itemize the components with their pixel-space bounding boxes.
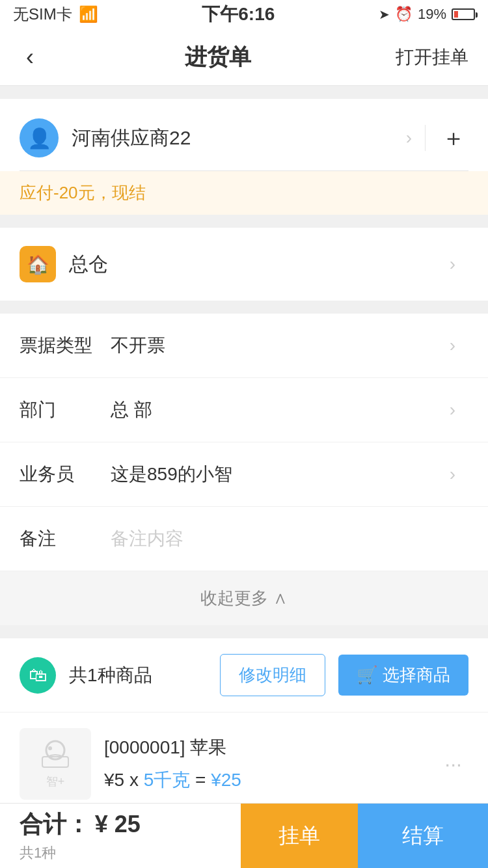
qty-value: 5千克	[144, 770, 191, 790]
product-more-button[interactable]: ···	[438, 746, 468, 783]
status-bar: 无SIM卡 📶 下午6:16 ➤ ⏰ 19%	[0, 0, 488, 29]
location-icon: ➤	[379, 7, 390, 22]
divider-2	[0, 215, 488, 228]
invoice-row[interactable]: 票据类型 不开票 ›	[0, 314, 488, 378]
product-thumbnail: 智+	[20, 728, 91, 800]
notes-placeholder: 备注内容	[98, 526, 468, 551]
status-time: 下午6:16	[202, 2, 275, 27]
checkout-button[interactable]: 结算	[358, 804, 488, 868]
warehouse-row[interactable]: 🏠 总仓 ›	[0, 228, 488, 301]
product-title: 苹果	[190, 737, 226, 757]
open-hang-button[interactable]: 打开挂单	[396, 45, 468, 70]
multiply-sign: x	[129, 770, 144, 790]
notes-label: 备注	[20, 526, 98, 551]
product-code: [0000001]	[104, 737, 185, 757]
modify-detail-button[interactable]: 修改明细	[220, 654, 325, 696]
alarm-icon: ⏰	[395, 6, 413, 23]
battery-label: 19%	[418, 6, 446, 23]
bag-icon: 🛍	[29, 664, 47, 686]
bottom-bar: 合计： ¥ 25 共1种 挂单 结算	[0, 803, 488, 868]
avatar-icon: 👤	[27, 127, 51, 150]
total-label: 合计：	[20, 811, 90, 837]
divider-1	[0, 86, 488, 99]
product-name: [0000001] 苹果	[104, 735, 425, 760]
nav-bar: ‹ 进货单 打开挂单	[0, 29, 488, 86]
supplier-avatar: 👤	[20, 118, 59, 157]
total-count: 共1种	[20, 843, 221, 863]
warehouse-chevron-icon: ›	[450, 254, 455, 275]
salesman-value: 这是859的小智	[98, 462, 450, 487]
department-row[interactable]: 部门 总 部 ›	[0, 378, 488, 442]
supplier-name: 河南供应商22	[72, 125, 406, 152]
total-value: ¥ 25	[95, 811, 141, 837]
total-value: ¥25	[211, 770, 241, 790]
warehouse-name: 总仓	[69, 251, 450, 278]
select-label: 选择商品	[383, 664, 450, 686]
collapse-button[interactable]: 收起更多 ∧	[0, 571, 488, 625]
add-button[interactable]: ＋	[439, 119, 468, 157]
status-left: 无SIM卡 📶	[13, 4, 98, 25]
svg-rect-2	[42, 757, 68, 767]
salesman-chevron-icon: ›	[450, 464, 455, 485]
department-value: 总 部	[98, 398, 450, 422]
invoice-label: 票据类型	[20, 333, 98, 358]
product-item: 智+ [0000001] 苹果 ¥5 x 5千克 = ¥25 ···	[0, 712, 488, 815]
home-icon: 🏠	[27, 254, 49, 275]
balance-hint: 应付-20元，现结	[0, 171, 488, 215]
notes-row[interactable]: 备注 备注内容	[0, 507, 488, 571]
select-icon: 🛒	[357, 665, 377, 685]
supplier-card: 👤 河南供应商22 › ＋	[0, 99, 488, 171]
equals-sign: =	[195, 770, 211, 790]
total-section: 合计： ¥ 25 共1种	[0, 804, 241, 868]
product-info: [0000001] 苹果 ¥5 x 5千克 = ¥25	[104, 735, 425, 793]
total-amount: 合计： ¥ 25	[20, 809, 221, 841]
svg-point-1	[48, 746, 52, 750]
carrier-label: 无SIM卡	[13, 4, 72, 25]
product-price-row: ¥5 x 5千克 = ¥25	[104, 768, 425, 793]
divider-3	[0, 301, 488, 314]
wifi-icon: 📶	[79, 5, 98, 23]
price-label: ¥5	[104, 770, 124, 790]
supplier-chevron-icon[interactable]: ›	[406, 128, 412, 148]
products-icon: 🛍	[20, 657, 56, 694]
status-right: ➤ ⏰ 19%	[379, 6, 475, 23]
select-product-button[interactable]: 🛒 选择商品	[338, 655, 468, 696]
vertical-divider	[425, 125, 426, 151]
salesman-row[interactable]: 业务员 这是859的小智 ›	[0, 442, 488, 507]
hang-button[interactable]: 挂单	[241, 804, 358, 868]
invoice-value: 不开票	[98, 333, 450, 358]
divider-4	[0, 625, 488, 638]
products-count: 共1种商品	[69, 663, 207, 688]
department-label: 部门	[20, 398, 98, 422]
battery-icon	[452, 8, 475, 20]
department-chevron-icon: ›	[450, 400, 455, 420]
supplier-row: 👤 河南供应商22 › ＋	[20, 99, 468, 171]
page-title: 进货单	[185, 42, 251, 72]
thumb-placeholder: 智+	[36, 739, 75, 789]
products-header: 🛍 共1种商品 修改明细 🛒 选择商品	[0, 638, 488, 712]
warehouse-icon: 🏠	[20, 246, 56, 282]
invoice-chevron-icon: ›	[450, 335, 455, 356]
form-card: 票据类型 不开票 › 部门 总 部 › 业务员 这是859的小智 › 备注 备注…	[0, 314, 488, 571]
back-button[interactable]: ‹	[20, 37, 40, 77]
salesman-label: 业务员	[20, 462, 98, 487]
